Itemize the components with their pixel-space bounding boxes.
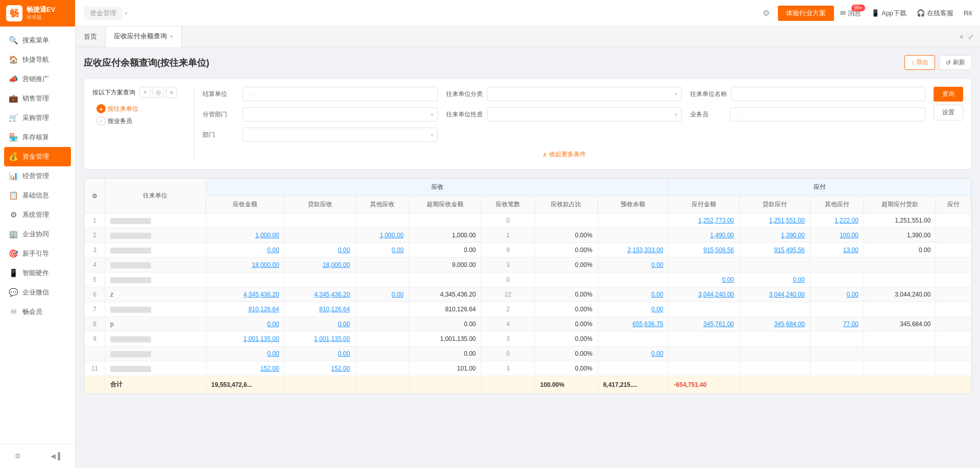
salesman-input[interactable]: ··· — [730, 107, 925, 121]
table-cell[interactable]: 1,001,135.00 — [206, 332, 284, 347]
window-close-btn[interactable]: × — [960, 33, 964, 41]
table-cell[interactable]: 100.00 — [810, 228, 864, 243]
sidebar-label-purchase: 采购管理 — [22, 113, 49, 122]
scheme-collapse-btn[interactable]: « — [166, 87, 177, 98]
sidebar-item-wechat[interactable]: 💬企业微信 — [0, 283, 75, 302]
sidebar-item-hardware[interactable]: 📱智能硬件 — [0, 263, 75, 283]
table-cell[interactable]: 1,000.00 — [355, 228, 409, 243]
table-cell[interactable]: 0.00 — [598, 302, 669, 317]
table-cell[interactable]: 0.00 — [284, 317, 355, 332]
table-cell[interactable]: 0.00 — [284, 347, 355, 361]
sidebar-label-basic: 基础信息 — [22, 191, 49, 200]
table-cell[interactable]: 0.00 — [355, 243, 409, 258]
table-cell[interactable]: 345,761.00 — [669, 317, 740, 332]
filter-partner-nature: 往来单位性质 ▾ — [446, 107, 681, 121]
table-cell[interactable]: 0.00 — [598, 287, 669, 302]
table-cell[interactable]: 1,490.00 — [669, 228, 740, 243]
division-input[interactable]: ▾ — [242, 128, 438, 142]
table-cell[interactable]: 915,495.56 — [740, 243, 811, 258]
sidebar-item-search[interactable]: 🔍搜索菜单 — [0, 31, 75, 50]
partner-name-input[interactable] — [731, 87, 925, 101]
set-button[interactable]: 设置 — [934, 105, 963, 120]
table-cell[interactable]: 0.00 — [598, 258, 669, 273]
settlement-input[interactable]: ··· — [242, 87, 438, 101]
sidebar-item-operation[interactable]: 📊经营管理 — [0, 166, 75, 186]
sidebar-item-guide[interactable]: 🎯新手引导 — [0, 244, 75, 263]
export-button[interactable]: ↑ 导出 — [904, 55, 935, 70]
table-cell[interactable]: 152.00 — [206, 361, 284, 376]
table-cell[interactable]: 0.00 — [810, 287, 864, 302]
sidebar-item-quicknav[interactable]: 🏠快捷导航 — [0, 50, 75, 69]
table-cell[interactable]: 152.00 — [284, 361, 355, 376]
topbar-user[interactable]: Rit — [964, 9, 972, 17]
sidebar-label-wechat: 企业微信 — [22, 288, 49, 297]
table-cell[interactable]: 1,001,135.00 — [284, 332, 355, 347]
table-cell[interactable]: 1,251,551.00 — [740, 213, 811, 228]
collapse-button[interactable]: ∧ 收起更多条件 — [203, 148, 925, 161]
table-cell[interactable]: 1,222.00 — [810, 213, 864, 228]
table-cell[interactable]: 0.00 — [669, 273, 740, 287]
table-cell[interactable]: 0.00 — [206, 317, 284, 332]
table-cell[interactable]: 810,126.64 — [206, 302, 284, 317]
table-cell[interactable]: 655,636.75 — [598, 317, 669, 332]
table-cell[interactable]: 2,153,333.00 — [598, 243, 669, 258]
tab-receivable[interactable]: 应收应付余额查询 × — [106, 27, 182, 47]
sidebar-item-marketing[interactable]: 📣营销推广 — [0, 69, 75, 89]
table-cell — [936, 287, 971, 302]
sidebar-item-basic[interactable]: 📋基础信息 — [0, 186, 75, 205]
scheme-option-partner[interactable]: ● 按往来单位 — [96, 104, 186, 113]
refresh-button[interactable]: ↺ 刷新 — [939, 55, 972, 70]
table-cell[interactable]: 3,044,240.00 — [740, 287, 811, 302]
table-settings-icon[interactable]: ⚙ — [92, 192, 97, 200]
sidebar-settings-btn[interactable]: ⚙ — [13, 450, 23, 462]
sidebar-item-member[interactable]: ♾畅会员 — [0, 302, 75, 322]
sidebar-item-enterprise[interactable]: 🏢企业协同 — [0, 225, 75, 244]
sidebar-item-capital[interactable]: 💰资金管理 — [4, 147, 71, 166]
sidebar-item-sales[interactable]: 💼销售管理 — [0, 89, 75, 108]
table-cell — [936, 361, 971, 376]
table-cell[interactable]: 0.00 — [206, 243, 284, 258]
topbar-service[interactable]: 🎧 在线客服 — [917, 9, 953, 18]
table-cell: 3,044,240.00 — [864, 287, 936, 302]
table-cell[interactable]: 0.00 — [355, 287, 409, 302]
fullscreen-btn[interactable]: ⤢ — [968, 33, 974, 41]
table-cell[interactable]: 0.00 — [206, 347, 284, 361]
sidebar-item-inventory[interactable]: 🏪库存核算 — [0, 128, 75, 147]
table-cell[interactable]: 13.00 — [810, 243, 864, 258]
table-cell — [936, 332, 971, 347]
sidebar-item-system[interactable]: ⚙系统管理 — [0, 205, 75, 225]
table-cell[interactable]: 0.00 — [598, 347, 669, 361]
table-cell[interactable]: 4,345,436.20 — [206, 287, 284, 302]
dept-input[interactable]: ▾ — [242, 107, 438, 121]
table-cell[interactable]: 1,390.00 — [740, 228, 811, 243]
partner-nature-input[interactable]: ▾ — [487, 107, 681, 121]
table-cell[interactable]: 345,684.00 — [740, 317, 811, 332]
partner-category-input[interactable]: ▾ — [487, 87, 681, 101]
table-cell[interactable]: 18,000.00 — [206, 258, 284, 273]
table-cell: 345,684.00 — [864, 317, 936, 332]
table-cell[interactable]: 18,000.00 — [284, 258, 355, 273]
topbar-app-download[interactable]: 📱 App下载 — [871, 9, 906, 18]
table-cell[interactable]: 0.00 — [284, 243, 355, 258]
col-ap-loan: 贷款应付 — [740, 196, 811, 213]
table-cell[interactable]: 4,345,436.20 — [284, 287, 355, 302]
table-cell[interactable]: 3,044,240.00 — [669, 287, 740, 302]
scheme-settings-btn[interactable]: ◎ — [153, 87, 164, 98]
solution-button[interactable]: 体验行业方案 — [778, 6, 834, 21]
scheme-option-salesman[interactable]: ○ 按业务员 — [96, 116, 186, 126]
tab-home[interactable]: 首页 — [76, 27, 106, 46]
scheme-add-btn[interactable]: + — [139, 87, 151, 98]
sidebar-collapse-btn[interactable]: ◀▐ — [48, 450, 62, 462]
table-cell[interactable]: 1,252,773.00 — [669, 213, 740, 228]
sidebar-item-purchase[interactable]: 🛒采购管理 — [0, 108, 75, 128]
table-cell[interactable]: 1,000.00 — [206, 228, 284, 243]
table-cell[interactable]: 810,126.64 — [284, 302, 355, 317]
table-cell[interactable]: 915,508.56 — [669, 243, 740, 258]
tab-close-icon[interactable]: × — [170, 33, 173, 39]
table-cell[interactable]: 77.00 — [810, 317, 864, 332]
query-button[interactable]: 查询 — [934, 87, 963, 102]
scheme-label: 按以下方案查询 — [92, 88, 135, 97]
topbar-settings-icon[interactable]: ⚙ — [761, 6, 772, 20]
table-cell[interactable]: 0.00 — [740, 273, 811, 287]
topbar-message[interactable]: ✉ 消息 99+ — [840, 9, 861, 18]
